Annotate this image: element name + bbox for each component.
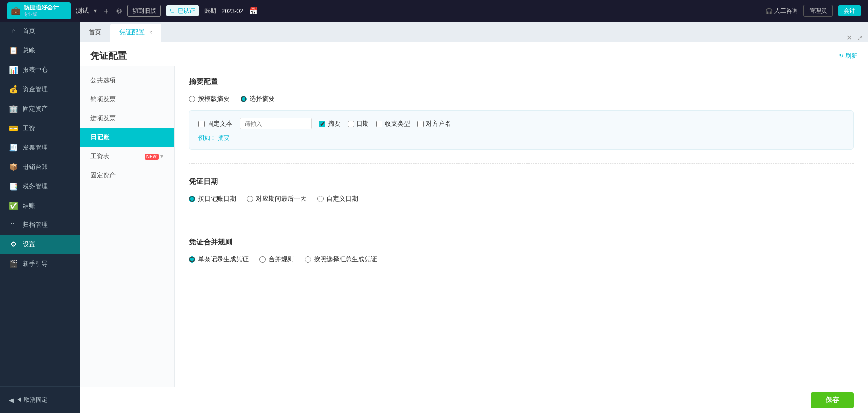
sidebar-item-invoice[interactable]: 🧾 发票管理	[0, 138, 80, 157]
checkbox-income-type-label[interactable]: 收支类型	[376, 120, 410, 128]
checkbox-income-type-input[interactable]	[376, 121, 382, 127]
date-radio-group: 按日记账日期 对应期间最后一天 自定义日期	[189, 195, 854, 203]
page-content: 凭证配置 ↻ 刷新 公共选项 销项发票 进项发票	[80, 42, 868, 413]
page-header: 凭证配置 ↻ 刷新	[80, 42, 868, 66]
page-title: 凭证配置	[90, 50, 127, 62]
left-nav-item-purchase-invoice[interactable]: 进项发票	[80, 109, 174, 128]
save-button[interactable]: 保存	[811, 392, 854, 408]
example-text: 例如： 摘要	[198, 134, 844, 142]
radio-select-label[interactable]: 选择摘要	[241, 95, 275, 103]
consult-label: 人工咨询	[774, 7, 798, 15]
checkbox-summary-label[interactable]: 摘要	[319, 120, 340, 128]
inner-layout: 公共选项 销项发票 进项发票 日记账 工资表	[80, 66, 868, 387]
sidebar-item-report[interactable]: 📊 报表中心	[0, 60, 80, 80]
refresh-label: 刷新	[845, 52, 857, 60]
sidebar-item-trade[interactable]: 📦 进销台账	[0, 157, 80, 177]
checkbox-summary-label-text: 摘要	[328, 120, 340, 128]
checkbox-summary-input[interactable]	[319, 121, 326, 127]
checkbox-date-input[interactable]	[348, 121, 354, 127]
left-nav-item-payroll[interactable]: 工资表 NEW ▾	[80, 147, 174, 166]
period-value: 2023-02	[222, 8, 243, 14]
sidebar-item-tax[interactable]: 📑 税务管理	[0, 177, 80, 196]
admin-button[interactable]: 管理员	[803, 5, 833, 17]
left-nav-item-journal[interactable]: 日记账	[80, 128, 174, 147]
radio-by-selection-input[interactable]	[305, 256, 311, 263]
save-bar: 保存	[80, 387, 868, 413]
tab-bar-expand-button[interactable]: ⤢	[857, 33, 863, 42]
radio-single-label[interactable]: 单条记录生成凭证	[189, 255, 249, 263]
sidebar-item-home[interactable]: ⌂ 首页	[0, 22, 80, 41]
checkbox-date-label[interactable]: 日期	[348, 120, 369, 128]
logo-sub: 专业版	[24, 11, 59, 18]
project-dropdown-icon[interactable]: ▾	[94, 8, 97, 14]
section-date-title: 凭证日期	[189, 177, 854, 187]
radio-journal-date-label[interactable]: 按日记账日期	[189, 195, 236, 203]
consult-button[interactable]: 🎧 人工咨询	[765, 7, 798, 15]
radio-custom-date-label[interactable]: 自定义日期	[317, 195, 358, 203]
sidebar-scroll: ⌂ 首页 📋 总账 📊 报表中心 💰 资金管理 🏢 固定资产 💳 工资	[0, 22, 80, 386]
sidebar-item-label: 首页	[23, 27, 35, 35]
fixed-text-input[interactable]	[240, 118, 312, 129]
tab-voucher-config[interactable]: 凭证配置 ×	[110, 24, 161, 42]
checkbox-fixed-text-label[interactable]: 固定文本	[198, 120, 232, 128]
radio-select-input[interactable]	[241, 96, 247, 102]
radio-period-last-day-input[interactable]	[247, 196, 253, 202]
radio-template-input[interactable]	[189, 96, 195, 102]
tab-home-label: 首页	[89, 28, 101, 36]
report-icon: 📊	[9, 66, 18, 74]
calendar-icon[interactable]: 📅	[249, 7, 258, 15]
radio-custom-date-input[interactable]	[317, 196, 324, 202]
cancel-fixed-button[interactable]: ◀ ◀ 取消固定	[0, 391, 80, 408]
merge-radio-group: 单条记录生成凭证 合并规则 按照选择汇总生成凭证	[189, 255, 854, 263]
checkbox-date-label-text: 日期	[356, 120, 369, 128]
trade-icon: 📦	[9, 163, 18, 171]
radio-by-selection-label[interactable]: 按照选择汇总生成凭证	[305, 255, 377, 263]
sidebar-item-label: 税务管理	[23, 183, 48, 191]
refresh-button[interactable]: ↻ 刷新	[839, 52, 857, 60]
logo: 💼 畅捷通好会计 专业版	[7, 2, 71, 19]
settings-icon[interactable]: ⚙	[116, 7, 122, 15]
sidebar-item-guide[interactable]: 🎬 新手引导	[0, 254, 80, 273]
sidebar-item-archive[interactable]: 🗂 归档管理	[0, 216, 80, 235]
sidebar-item-asset[interactable]: 🏢 固定资产	[0, 99, 80, 118]
period-label: 账期	[204, 7, 216, 15]
checkbox-counterparty-input[interactable]	[417, 121, 424, 127]
sidebar-item-salary[interactable]: 💳 工资	[0, 118, 80, 138]
switch-version-button[interactable]: 切到旧版	[127, 5, 161, 17]
tab-home[interactable]: 首页	[80, 24, 110, 42]
accounting-button[interactable]: 会计	[838, 5, 861, 16]
left-nav-item-row: 工资表 NEW ▾	[90, 152, 163, 160]
tab-bar-actions: ✕ ⤢	[841, 33, 868, 42]
add-button[interactable]: ＋	[102, 5, 110, 16]
left-nav: 公共选项 销项发票 进项发票 日记账 工资表	[80, 66, 175, 387]
section-summary-title: 摘要配置	[189, 77, 854, 87]
checkbox-fixed-text-label-text: 固定文本	[207, 120, 232, 128]
consult-icon: 🎧	[765, 8, 773, 14]
radio-journal-date-input[interactable]	[189, 196, 195, 202]
sidebar-item-label: 结账	[23, 202, 35, 210]
radio-select-text: 选择摘要	[250, 95, 275, 103]
left-nav-item-sales-invoice[interactable]: 销项发票	[80, 90, 174, 109]
checkbox-counterparty-label-text: 对方户名	[426, 120, 451, 128]
sidebar-item-close[interactable]: ✅ 结账	[0, 196, 80, 216]
verified-badge: 🛡 已认证	[166, 5, 199, 16]
left-nav-item-fixed-asset[interactable]: 固定资产	[80, 166, 174, 185]
close-account-icon: ✅	[9, 202, 18, 210]
radio-template-label[interactable]: 按模版摘要	[189, 95, 230, 103]
radio-merge-label[interactable]: 合并规则	[259, 255, 294, 263]
sidebar-item-settings[interactable]: ⚙ 设置	[0, 235, 80, 254]
sidebar-item-label: 发票管理	[23, 144, 48, 152]
logo-icon: 💼	[11, 6, 21, 16]
tab-close-icon[interactable]: ×	[149, 29, 152, 36]
sidebar-item-label: 工资	[23, 124, 35, 132]
radio-merge-input[interactable]	[259, 256, 266, 263]
left-nav-item-public[interactable]: 公共选项	[80, 71, 174, 90]
sidebar-item-fund[interactable]: 💰 资金管理	[0, 80, 80, 99]
left-nav-label: 进项发票	[90, 114, 116, 122]
radio-period-last-day-label[interactable]: 对应期间最后一天	[247, 195, 307, 203]
sidebar-item-ledger[interactable]: 📋 总账	[0, 41, 80, 60]
checkbox-fixed-text-input[interactable]	[198, 121, 205, 127]
radio-single-input[interactable]	[189, 256, 195, 263]
checkbox-counterparty-label[interactable]: 对方户名	[417, 120, 451, 128]
tab-bar-close-button[interactable]: ✕	[846, 33, 852, 42]
